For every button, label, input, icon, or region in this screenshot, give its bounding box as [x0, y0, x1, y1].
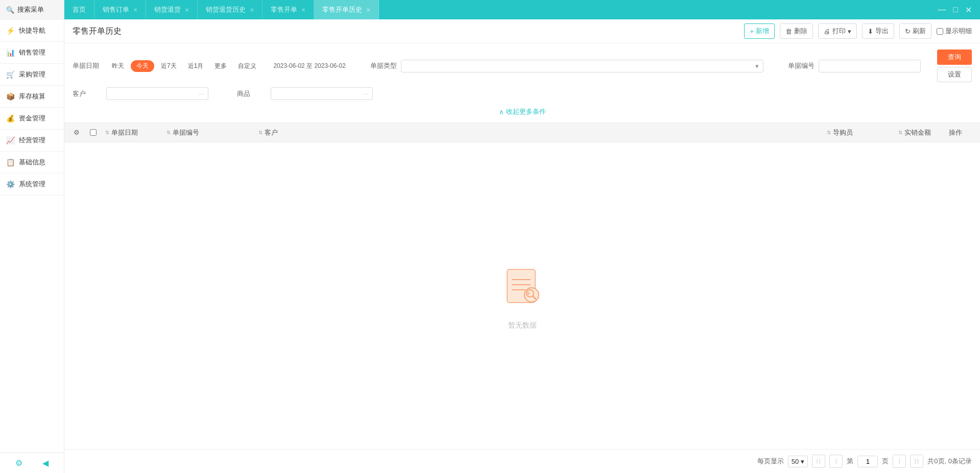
date-btn-custom[interactable]: 自定义 [233, 60, 261, 72]
add-icon: + [750, 28, 754, 35]
th-cust-label: 客户 [265, 128, 278, 137]
last-page-button[interactable]: ⟩⟩ [910, 455, 923, 468]
sidebar-item-inventory[interactable]: 📦 库存核算 [0, 86, 64, 108]
close-tab-sales-return-icon[interactable]: ✕ [185, 7, 189, 13]
settings-icon[interactable]: ⚙ [15, 458, 22, 468]
doc-type-group: 单据类型 ▾ [370, 60, 763, 72]
column-settings-button[interactable]: ⚙ [68, 129, 85, 136]
th-ops-label: 操作 [949, 128, 962, 137]
date-buttons: 昨天 今天 近7天 近1月 更多 自定义 [107, 60, 261, 72]
close-window-button[interactable]: ✕ [963, 4, 974, 16]
date-btn-more[interactable]: 更多 [210, 60, 231, 72]
sidebar-search-label: 搜索采单 [17, 5, 44, 14]
th-num[interactable]: ⇅ 单据编号 [162, 128, 254, 137]
maximize-button[interactable]: □ [951, 4, 960, 15]
add-button[interactable]: + 新增 [744, 23, 775, 39]
first-page-button[interactable]: ⟨⟨ [812, 455, 825, 468]
close-tab-sales-order-icon[interactable]: ✕ [133, 7, 137, 13]
th-date[interactable]: ⇅ 单据日期 [101, 128, 162, 137]
th-customer[interactable]: ⇅ 客户 [254, 128, 823, 137]
refresh-button[interactable]: ↻ 刷新 [899, 23, 931, 39]
biz-mgmt-icon: 📈 [6, 136, 15, 144]
date-range-display: 2023-06-02 至 2023-06-02 [273, 62, 345, 70]
th-num-sort-icon: ⇅ [166, 130, 171, 135]
close-tab-sales-return-hist-icon[interactable]: ✕ [250, 7, 254, 13]
sidebar-item-finance[interactable]: 💰 资金管理 [0, 108, 64, 130]
date-filter-label: 单据日期 [73, 61, 99, 70]
th-date-label: 单据日期 [111, 128, 138, 137]
display-detail-toggle[interactable]: 显示明细 [937, 27, 972, 36]
select-all-checkbox[interactable] [90, 129, 97, 136]
sidebar-item-biz-mgmt[interactable]: 📈 经营管理 [0, 130, 64, 152]
doc-num-input[interactable] [819, 60, 921, 72]
quick-nav-icon: ⚡ [6, 27, 15, 35]
sidebar-item-label: 库存核算 [19, 92, 45, 101]
setting-button[interactable]: 设置 [937, 67, 972, 82]
export-button[interactable]: ⬇ 导出 [862, 23, 894, 39]
print-dropdown-icon: ▾ [848, 28, 851, 35]
th-sort-icon: ⇅ [105, 130, 109, 135]
sidebar-item-label: 基础信息 [19, 158, 45, 167]
pagination: 每页显示 50 ▾ ⟨⟨ ⟨ 第 页 ⟩ ⟩⟩ 共0页, 0条记录 [64, 449, 980, 473]
tab-home[interactable]: 首页 [64, 0, 94, 19]
collapse-row: ∧ 收起更多条件 [73, 105, 972, 116]
date-btn-yesterday[interactable]: 昨天 [107, 60, 129, 72]
sidebar-item-sys-mgmt[interactable]: ⚙️ 系统管理 [0, 173, 64, 195]
tab-retail-open[interactable]: 零售开单 ✕ [262, 0, 314, 19]
next-page-button[interactable]: ⟩ [893, 455, 906, 468]
th-amount[interactable]: ⇅ 实销金额 [874, 128, 935, 137]
sidebar-item-quick-nav[interactable]: ⚡ 快捷导航 [0, 20, 64, 42]
sidebar: 🔍 搜索采单 ⚡ 快捷导航 📊 销售管理 🛒 采购管理 📦 库存核算 💰 资金管… [0, 0, 64, 473]
basic-info-icon: 📋 [6, 158, 15, 166]
tab-sales-order-label: 销售订单 [103, 5, 129, 14]
export-label: 导出 [875, 27, 889, 36]
main-area: 首页 销售订单 ✕ 销货退货 ✕ 销货退货历史 ✕ 零售开单 ✕ 零售开单历史 … [64, 0, 980, 473]
sidebar-item-purchase-mgmt[interactable]: 🛒 采购管理 [0, 64, 64, 86]
collapse-chevron-icon: ∧ [499, 108, 504, 116]
page-word: 第 [847, 457, 853, 466]
empty-text: 暂无数据 [508, 321, 537, 330]
window-controls: — □ ✕ [929, 0, 980, 19]
tab-retail-open-hist[interactable]: 零售开单历史 ✕ [314, 0, 379, 19]
date-btn-last7[interactable]: 近7天 [156, 60, 181, 72]
tab-sales-order[interactable]: 销售订单 ✕ [94, 0, 146, 19]
close-tab-retail-open-icon[interactable]: ✕ [301, 7, 305, 13]
doc-type-select[interactable]: ▾ [401, 60, 763, 72]
sales-mgmt-icon: 📊 [6, 48, 15, 57]
print-button[interactable]: 🖨 打印 ▾ [818, 23, 857, 39]
th-amount-label: 实销金额 [904, 128, 931, 137]
tab-sales-return-label: 销货退货 [154, 5, 181, 14]
refresh-icon: ↻ [905, 28, 911, 35]
sidebar-search[interactable]: 🔍 搜索采单 [0, 0, 64, 20]
th-ops: 操作 [935, 128, 976, 137]
th-guide-label: 导购员 [833, 128, 853, 137]
sidebar-footer: ⚙ ◀ [0, 453, 64, 473]
per-page-select[interactable]: 50 ▾ [788, 456, 808, 467]
goods-input[interactable]: ··· [271, 87, 373, 100]
query-button[interactable]: 查询 [937, 49, 972, 65]
delete-button[interactable]: 🗑 删除 [780, 23, 813, 39]
close-tab-retail-open-hist-icon[interactable]: ✕ [366, 7, 370, 13]
page-number-input[interactable] [857, 456, 878, 467]
tab-sales-return-hist[interactable]: 销货退货历史 ✕ [198, 0, 262, 19]
sidebar-item-basic-info[interactable]: 📋 基础信息 [0, 152, 64, 173]
select-all-checkbox-cell[interactable] [85, 129, 101, 136]
collapse-sidebar-icon[interactable]: ◀ [42, 458, 49, 468]
customer-input[interactable]: ··· [106, 87, 208, 100]
search-icon: 🔍 [6, 6, 14, 14]
tab-home-label: 首页 [73, 5, 86, 14]
collapse-button[interactable]: ∧ 收起更多条件 [499, 107, 546, 116]
sys-mgmt-icon: ⚙️ [6, 180, 15, 188]
tab-sales-return[interactable]: 销货退货 ✕ [146, 0, 198, 19]
customer-dots-icon: ··· [198, 90, 204, 97]
export-icon: ⬇ [868, 28, 873, 35]
minimize-button[interactable]: — [936, 4, 948, 15]
th-guide[interactable]: ⇅ 导购员 [823, 128, 874, 137]
sidebar-item-sales-mgmt[interactable]: 📊 销售管理 [0, 42, 64, 64]
display-detail-checkbox[interactable] [937, 28, 943, 35]
prev-page-button[interactable]: ⟨ [829, 455, 843, 468]
sidebar-item-label: 系统管理 [19, 180, 45, 189]
per-page-value: 50 [792, 458, 799, 465]
date-btn-today[interactable]: 今天 [131, 60, 154, 72]
date-btn-last-month[interactable]: 近1月 [183, 60, 208, 72]
